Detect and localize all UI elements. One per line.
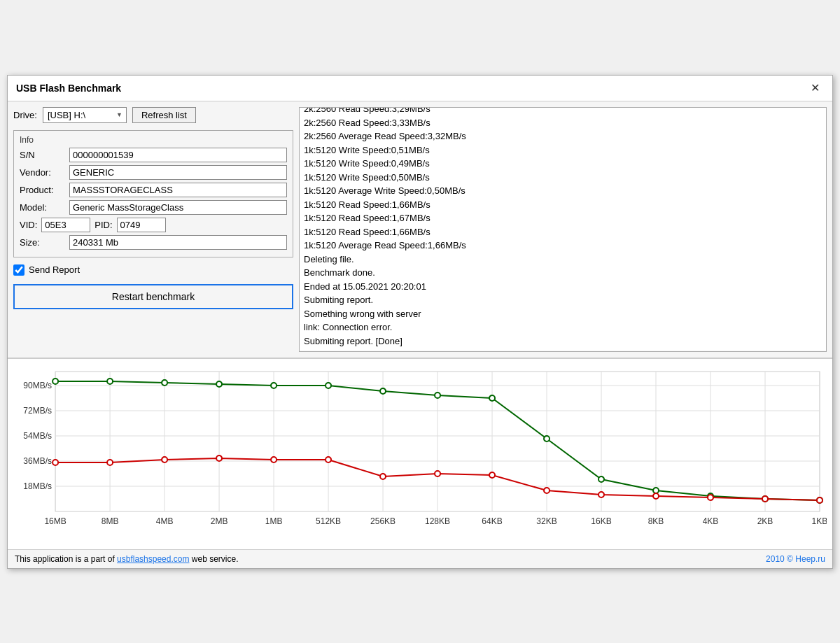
svg-text:72MB/s: 72MB/s [23, 406, 52, 416]
drive-select-wrapper: [USB] H:\ [43, 107, 127, 123]
vendor-field[interactable] [69, 165, 287, 180]
svg-point-66 [598, 492, 604, 497]
svg-point-68 [708, 495, 713, 500]
log-line: Submiting report. [304, 293, 822, 307]
main-window: USB Flash Benchmark ✕ Drive: [USB] H:\ R… [7, 75, 833, 569]
svg-point-49 [489, 395, 495, 401]
restart-benchmark-button[interactable]: Restart benchmark [13, 284, 293, 309]
info-box: Info S/N Vendor: Product: Model: [13, 130, 293, 257]
svg-text:1KB: 1KB [812, 516, 827, 526]
size-row: Size: [20, 235, 287, 250]
svg-point-70 [817, 497, 822, 503]
drive-select[interactable]: [USB] H:\ [43, 107, 127, 123]
svg-point-61 [326, 457, 331, 462]
window-title: USB Flash Benchmark [16, 83, 121, 94]
copyright-text: 2010 © Heep.ru [766, 554, 825, 564]
log-line: 2k:2560 Average Read Speed:3,32MB/s [304, 129, 822, 143]
left-panel: Drive: [USB] H:\ Refresh list Info S/N V… [13, 107, 293, 352]
log-line: Benchmark done. [304, 266, 822, 280]
svg-point-58 [162, 457, 167, 462]
svg-text:128KB: 128KB [425, 516, 450, 526]
drive-label: Drive: [13, 110, 37, 120]
svg-text:36MB/s: 36MB/s [23, 456, 52, 466]
log-line: 1k:5120 Read Speed:1,67MB/s [304, 211, 822, 225]
size-label: Size: [20, 237, 65, 248]
info-title: Info [20, 135, 287, 145]
pid-label: PID: [94, 220, 112, 230]
log-line: Deleting file. [304, 253, 822, 267]
send-report-label[interactable]: Send Report [29, 264, 80, 275]
log-line: 1k:5120 Average Read Speed:1,66MB/s [304, 239, 822, 253]
svg-point-50 [544, 436, 550, 441]
svg-point-52 [653, 488, 659, 493]
sn-row: S/N [20, 148, 287, 162]
drive-row: Drive: [USB] H:\ Refresh list [13, 107, 293, 123]
log-line: Ended at 15.05.2021 20:20:01 [304, 280, 822, 294]
svg-text:54MB/s: 54MB/s [23, 431, 52, 441]
log-line: 1k:5120 Average Write Speed:0,50MB/s [304, 184, 822, 198]
bottom-text-before: This application is a part of [15, 554, 117, 564]
vid-label: VID: [20, 220, 37, 230]
sn-label: S/N [20, 150, 65, 160]
send-report-checkbox[interactable] [13, 264, 24, 276]
vendor-label: Vendor: [20, 167, 65, 178]
svg-text:256KB: 256KB [370, 516, 396, 526]
vid-pid-row: VID: PID: [20, 218, 287, 232]
vid-field[interactable] [41, 218, 90, 232]
svg-point-45 [271, 383, 276, 388]
title-bar: USB Flash Benchmark ✕ [8, 76, 832, 101]
close-button[interactable]: ✕ [806, 81, 824, 95]
svg-point-64 [489, 472, 495, 478]
chart-container: 90MB/s72MB/s54MB/s36MB/s18MB/s16MB8MB4MB… [13, 365, 827, 546]
log-line: Something wrong with server [304, 307, 822, 321]
svg-text:32KB: 32KB [536, 516, 556, 526]
pid-field[interactable] [117, 218, 166, 232]
website-link[interactable]: usbflashspeed.com [117, 554, 189, 564]
log-line: link: Connection error. [304, 320, 822, 334]
model-row: Model: [20, 200, 287, 215]
svg-text:16MB: 16MB [44, 516, 66, 526]
model-field[interactable] [69, 200, 287, 215]
bottom-bar: This application is a part of usbflashsp… [8, 549, 832, 568]
svg-point-48 [435, 393, 440, 398]
svg-text:16KB: 16KB [591, 516, 611, 526]
model-label: Model: [20, 202, 65, 213]
log-line: 1k:5120 Write Speed:0,49MB/s [304, 157, 822, 171]
refresh-list-button[interactable]: Refresh list [132, 107, 196, 123]
log-line: 1k:5120 Read Speed:1,66MB/s [304, 198, 822, 212]
log-line: 2k:2560 Read Speed:3,33MB/s [304, 116, 822, 130]
log-line: 1k:5120 Read Speed:1,66MB/s [304, 225, 822, 239]
main-content: Drive: [USB] H:\ Refresh list Info S/N V… [8, 101, 832, 358]
svg-point-59 [216, 455, 222, 461]
log-line: 1k:5120 Write Speed:0,51MB/s [304, 143, 822, 157]
bottom-text-after: web service. [189, 554, 238, 564]
product-label: Product: [20, 185, 65, 195]
svg-point-43 [162, 380, 167, 386]
svg-text:90MB/s: 90MB/s [23, 381, 52, 390]
svg-point-56 [52, 460, 58, 465]
svg-point-67 [653, 493, 659, 499]
svg-point-57 [107, 460, 113, 465]
svg-point-46 [326, 383, 331, 388]
svg-text:2MB: 2MB [211, 516, 228, 526]
svg-text:4KB: 4KB [703, 516, 719, 526]
svg-point-69 [762, 496, 768, 502]
chart-area: 90MB/s72MB/s54MB/s36MB/s18MB/s16MB8MB4MB… [8, 358, 832, 549]
product-field[interactable] [69, 183, 287, 197]
log-line: 1k:5120 Write Speed:0,50MB/s [304, 171, 822, 185]
sn-field[interactable] [69, 148, 287, 162]
svg-text:1MB: 1MB [265, 516, 283, 526]
svg-text:2KB: 2KB [757, 516, 774, 526]
svg-text:64KB: 64KB [482, 516, 502, 526]
svg-text:8MB: 8MB [102, 516, 119, 526]
product-row: Product: [20, 183, 287, 197]
svg-point-44 [216, 381, 222, 387]
send-report-row: Send Report [13, 264, 293, 276]
log-panel[interactable]: 2k:2560 Read Speed:3,33MB/s2k:2560 Read … [299, 107, 827, 352]
size-field[interactable] [69, 235, 287, 250]
svg-point-51 [598, 476, 604, 482]
svg-point-63 [435, 471, 440, 476]
vendor-row: Vendor: [20, 165, 287, 180]
svg-point-47 [380, 388, 386, 394]
log-line: Submiting report. [Done] [304, 334, 822, 348]
